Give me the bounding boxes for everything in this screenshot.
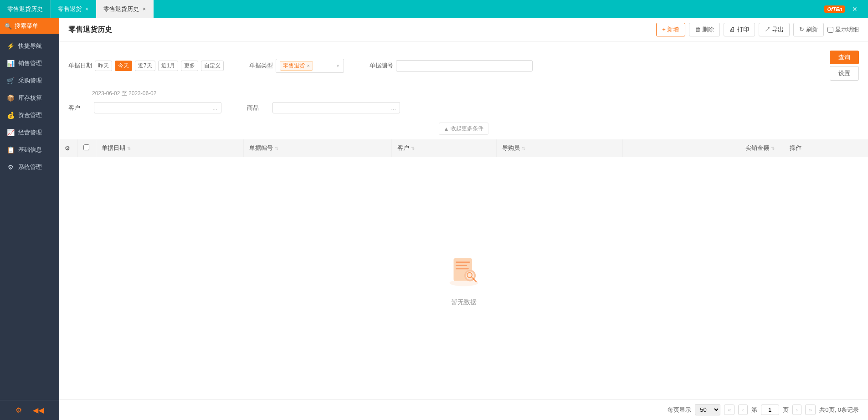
show-detail-text: 显示明细 [835,26,859,34]
th-guide[interactable]: 导购员 ⇅ [496,139,622,157]
sidebar-item-purchase-mgmt-label: 采购管理 [18,77,42,85]
sidebar-item-inventory-label: 库存核算 [18,94,42,102]
purchase-mgmt-icon: 🛒 [6,77,15,84]
yesterday-btn[interactable]: 昨天 [95,61,112,71]
often-badge: OfTEn [824,5,845,13]
sidebar-nav: ⚡ 快捷导航 📊 销售管理 🛒 采购管理 📦 库存核算 💰 资金管理 📈 [0,34,59,400]
sidebar-speaker-btn[interactable]: ◀◀ [29,404,47,416]
sidebar-item-quick-nav[interactable]: ⚡ 快捷导航 [0,37,59,55]
collapse-container: ▲ 收起更多条件 [68,123,859,139]
settings-icon[interactable]: ⚙ [65,145,70,152]
sidebar-item-operations[interactable]: 📈 经营管理 [0,124,59,141]
tab-retail-return-history-close[interactable]: × [143,6,146,12]
first-page-btn[interactable]: « [724,405,734,415]
goods-input[interactable]: ... [272,102,400,113]
sidebar-item-basic-info-label: 基础信息 [18,146,42,154]
th-doc-date[interactable]: 单据日期 ⇅ [96,139,244,157]
doc-number-input[interactable] [396,60,533,72]
th-doc-number[interactable]: 单据编号 ⇅ [244,139,392,157]
doc-number-sort-icon: ⇅ [275,146,278,151]
last-page-btn[interactable]: » [805,405,816,415]
customer-input[interactable]: ... [94,102,221,113]
svg-rect-3 [456,265,467,266]
doc-number-label: 单据编号 [370,61,393,70]
show-detail-checkbox[interactable] [827,27,833,33]
query-button[interactable]: 查询 [830,51,859,64]
sidebar-footer: ⚙ ◀◀ [0,400,59,420]
empty-icon [443,250,484,291]
sidebar-settings-btn[interactable]: ⚙ [12,404,26,416]
page-input[interactable] [761,405,779,415]
today-btn[interactable]: 今天 [115,61,132,71]
tab-list: 零售退货历史 零售退货 × 零售退货历史 × [0,0,824,18]
date-range-text: 2023-06-02 至 2023-06-02 [92,90,156,97]
th-settings[interactable]: ⚙ [59,139,77,157]
window-close-btn[interactable]: × [848,5,861,14]
filter-row-1: 单据日期 昨天 今天 近7天 近1月 更多 自定义 单据类型 [68,46,859,85]
th-checkbox[interactable] [77,139,96,157]
doc-type-tag-value: 零售退货 [283,62,305,70]
custom-btn[interactable]: 自定义 [201,61,224,71]
main-layout: 🔍 搜索菜单 ⚡ 快捷导航 📊 销售管理 🛒 采购管理 📦 库存核算 💰 [0,18,868,420]
th-guide-label: 导购员 [502,144,520,152]
print-button[interactable]: 🖨 打印 [724,23,755,36]
doc-date-sort-icon: ⇅ [127,146,131,151]
customer-placeholder: ... [212,104,217,111]
sidebar-search-label: 搜索菜单 [15,22,38,30]
next-page-btn[interactable]: › [792,405,801,415]
set-button[interactable]: 设置 [830,66,859,81]
th-amount[interactable]: 实销金额 ⇅ [623,139,784,157]
tab-retail-return-close[interactable]: × [85,6,88,12]
tab-retail-return[interactable]: 零售退货 × [51,0,96,18]
query-set-group: 查询 设置 [830,51,859,81]
collapse-up-icon: ▲ [444,126,449,132]
doc-type-select[interactable]: 零售退货 × ▼ [276,59,344,73]
show-detail-label[interactable]: 显示明细 [827,26,859,34]
more-btn[interactable]: 更多 [181,61,198,71]
date-range-display: 2023-06-02 至 2023-06-02 [68,90,859,100]
sidebar-item-system-mgmt[interactable]: ⚙ 系统管理 [0,159,59,176]
sidebar-item-finance[interactable]: 💰 资金管理 [0,107,59,124]
empty-state: 暂无数据 [59,157,868,399]
sidebar-item-inventory[interactable]: 📦 库存核算 [0,89,59,107]
sidebar-search[interactable]: 🔍 搜索菜单 [0,18,59,34]
page-title: 零售退货历史 [68,25,112,35]
sidebar-item-system-mgmt-label: 系统管理 [18,163,42,171]
sidebar-item-sales-mgmt-label: 销售管理 [18,59,42,67]
customer-filter: 客户 ... [68,102,221,113]
svg-rect-4 [456,268,469,269]
doc-type-select-arrow: ▼ [335,63,340,68]
page-suffix: 页 [783,406,789,414]
sidebar-item-finance-label: 资金管理 [18,111,42,119]
prev-page-btn[interactable]: ‹ [738,405,747,415]
th-customer[interactable]: 客户 ⇅ [392,139,497,157]
sidebar-item-quick-nav-label: 快捷导航 [18,42,42,50]
content-area: 零售退货历史 + 新增 🗑 删除 🖨 打印 ↗ 导出 ↻ 刷新 显示明细 [59,18,868,420]
tab-home[interactable]: 零售退货历史 [0,0,51,18]
collapse-button[interactable]: ▲ 收起更多条件 [439,123,489,135]
sidebar-item-sales-mgmt[interactable]: 📊 销售管理 [0,55,59,72]
select-all-checkbox[interactable] [83,144,89,150]
last1month-btn[interactable]: 近1月 [158,61,179,71]
header-actions: + 新增 🗑 删除 🖨 打印 ↗ 导出 ↻ 刷新 显示明细 [656,23,859,36]
sidebar-item-purchase-mgmt[interactable]: 🛒 采购管理 [0,72,59,89]
refresh-button[interactable]: ↻ 刷新 [793,23,824,36]
th-doc-number-label: 单据编号 [249,144,273,152]
th-actions-label: 操作 [790,144,801,151]
export-button[interactable]: ↗ 导出 [759,23,790,36]
tab-retail-return-history[interactable]: 零售退货历史 × [96,0,154,18]
last7days-btn[interactable]: 近7天 [135,61,155,71]
sidebar-item-operations-label: 经营管理 [18,128,42,137]
per-page-select[interactable]: 10 20 50 100 [695,404,720,415]
goods-label: 商品 [247,104,270,112]
quick-nav-icon: ⚡ [6,42,15,50]
doc-type-filter: 单据类型 零售退货 × ▼ [249,59,344,73]
total-label: 共0页, 0条记录 [819,406,859,414]
new-button[interactable]: + 新增 [656,23,685,36]
filter-row-2: 客户 ... 商品 ... [68,100,859,118]
sidebar-item-basic-info[interactable]: 📋 基础信息 [0,141,59,159]
doc-type-tag-close[interactable]: × [307,63,309,68]
tab-retail-return-label: 零售退货 [58,5,82,13]
delete-button[interactable]: 🗑 删除 [689,23,720,36]
sidebar: 🔍 搜索菜单 ⚡ 快捷导航 📊 销售管理 🛒 采购管理 📦 库存核算 💰 [0,18,59,420]
